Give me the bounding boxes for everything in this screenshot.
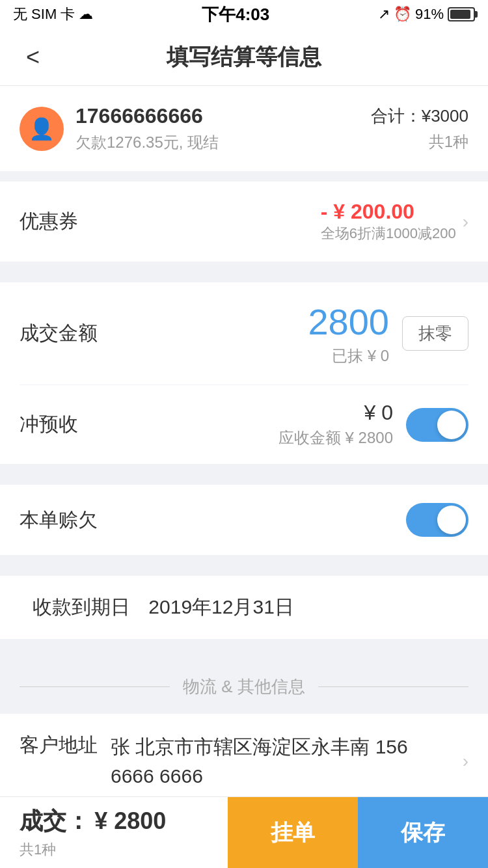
footer-count: 共1种	[20, 840, 208, 860]
section-divider-3	[0, 565, 488, 576]
credit-label: 本单赊欠	[20, 507, 98, 534]
credit-section: 本单赊欠	[0, 485, 488, 555]
logistics-label: 物流 & 其他信息	[183, 675, 305, 698]
round-button[interactable]: 抹零	[402, 316, 468, 351]
deal-amount-sub: 已抹 ¥ 0	[308, 346, 389, 366]
hang-button[interactable]: 挂单	[228, 797, 358, 869]
footer-total-value: ¥ 2800	[94, 807, 166, 834]
status-time: 下午4:03	[202, 3, 269, 26]
status-bar: 无 SIM 卡 ☁ 下午4:03 ↗ ⏰ 91%	[0, 0, 488, 29]
total-amount: 合计：¥3000	[371, 105, 468, 128]
direction-icon: ↗	[378, 6, 390, 23]
deal-amount-label: 成交金额	[20, 320, 98, 347]
prepay-value: ¥ 0	[278, 401, 393, 425]
page-title: 填写结算等信息	[167, 42, 321, 72]
address-section[interactable]: 客户地址 张 北京市市辖区海淀区永丰南 156 6666 6666 ›	[0, 714, 488, 809]
customer-debt: 欠款1276.35元, 现结	[75, 132, 219, 153]
credit-toggle[interactable]	[406, 503, 468, 537]
section-divider-2	[0, 474, 488, 485]
save-button[interactable]: 保存	[358, 797, 488, 869]
back-button[interactable]: <	[20, 37, 46, 77]
battery-icon	[448, 7, 475, 21]
footer-total: 成交： ¥ 2800	[20, 806, 208, 837]
footer-info: 成交： ¥ 2800 共1种	[0, 806, 228, 860]
customer-phone: 17666666666	[75, 104, 219, 128]
address-label: 客户地址	[20, 732, 98, 759]
divider-line-left	[20, 686, 170, 687]
duedate-value: 2019年12月31日	[148, 596, 293, 617]
sim-text: 无 SIM 卡 ☁	[13, 5, 93, 24]
customer-card: 👤 17666666666 欠款1276.35元, 现结 合计：¥3000 共1…	[0, 86, 488, 171]
section-divider-4	[0, 649, 488, 660]
coupon-desc: 全场6折满1000减200	[321, 224, 456, 243]
footer: 成交： ¥ 2800 共1种 挂单 保存	[0, 796, 488, 868]
total-count: 共1种	[371, 131, 468, 152]
coupon-label: 优惠券	[20, 208, 78, 235]
duedate-section: 收款到期日 2019年12月31日	[0, 576, 488, 639]
logistics-divider: 物流 & 其他信息	[0, 660, 488, 714]
clock-icon: ⏰	[394, 6, 411, 23]
battery-text: 91%	[415, 6, 444, 23]
coupon-discount: - ¥ 200.00	[321, 200, 456, 224]
credit-toggle-knob	[437, 506, 466, 534]
prepay-label: 冲预收	[20, 411, 78, 438]
coupon-chevron-icon: ›	[463, 211, 468, 232]
prepay-toggle[interactable]	[406, 408, 468, 442]
divider-line-right	[318, 686, 468, 687]
footer-total-label: 成交：	[20, 807, 90, 834]
address-chevron-icon: ›	[456, 751, 468, 772]
prepay-row: 冲预收 ¥ 0 应收金额 ¥ 2800	[20, 385, 468, 464]
section-divider-1	[0, 272, 488, 282]
customer-total: 合计：¥3000 共1种	[371, 105, 468, 152]
address-content: 张 北京市市辖区海淀区永丰南 156 6666 6666	[111, 732, 456, 791]
deal-amount-value: 2800	[308, 301, 389, 343]
duedate-label: 收款到期日	[33, 596, 130, 617]
coupon-row[interactable]: 优惠券 - ¥ 200.00 全场6折满1000减200 ›	[0, 182, 488, 262]
amount-section: 成交金额 2800 已抹 ¥ 0 抹零 冲预收 ¥ 0 应收金额 ¥ 2800	[0, 282, 488, 464]
status-left: 无 SIM 卡 ☁	[13, 5, 93, 24]
customer-info: 17666666666 欠款1276.35元, 现结	[75, 104, 219, 153]
prepay-sub: 应收金额 ¥ 2800	[278, 427, 393, 448]
header: < 填写结算等信息	[0, 29, 488, 86]
content: 👤 17666666666 欠款1276.35元, 现结 合计：¥3000 共1…	[0, 86, 488, 868]
status-right: ↗ ⏰ 91%	[378, 6, 475, 23]
deal-amount-row: 成交金额 2800 已抹 ¥ 0 抹零	[20, 282, 468, 385]
avatar: 👤	[20, 107, 64, 151]
toggle-knob	[437, 411, 466, 439]
